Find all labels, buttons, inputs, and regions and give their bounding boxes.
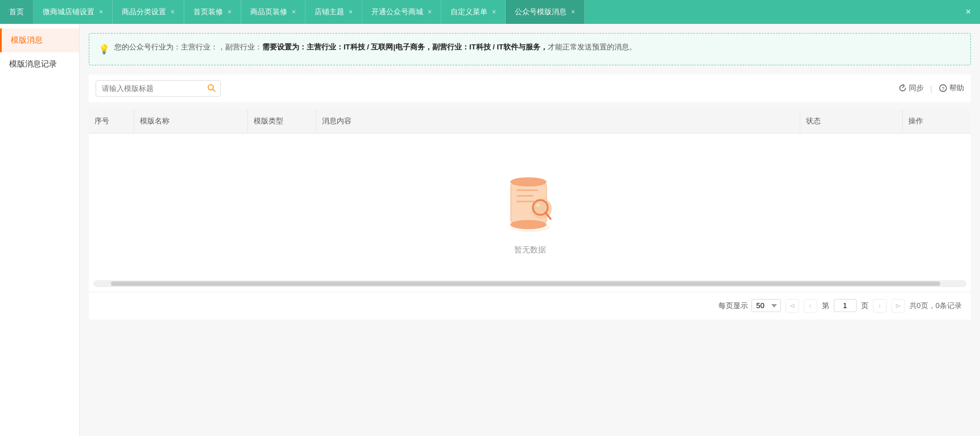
tab-store-settings[interactable]: 微商城店铺设置 × — [34, 0, 113, 24]
main-layout: 模版消息 模版消息记录 💡 您的公众号行业为：主营行业：，副营行业：需要设置为：… — [0, 24, 980, 436]
toolbar-right: 同步 | ? 帮助 — [899, 83, 964, 93]
tab-close-store-settings[interactable]: × — [99, 8, 103, 16]
col-header-name: 模版名称 — [134, 109, 248, 133]
svg-rect-9 — [516, 189, 538, 191]
last-page-button[interactable]: ⊳ — [891, 299, 905, 313]
per-page-wrap: 每页显示 50 20 100 — [718, 299, 781, 312]
tab-bar: 首页 微商城店铺设置 × 商品分类设置 × 首页装修 × 商品页装修 × 店铺主… — [0, 0, 980, 24]
tab-close-category-settings[interactable]: × — [171, 8, 175, 16]
per-page-select[interactable]: 50 20 100 — [751, 299, 781, 312]
page-label: 第 — [822, 301, 829, 311]
tab-store-theme[interactable]: 店铺主题 × — [305, 0, 362, 24]
tab-product-decor[interactable]: 商品页装修 × — [241, 0, 305, 24]
notice-text: 您的公众号行业为：主营行业：，副营行业：需要设置为：主营行业：IT科技 / 互联… — [114, 41, 636, 53]
search-icon — [207, 84, 216, 93]
table-wrap: 序号 模版名称 模版类型 消息内容 状态 操作 — [89, 109, 971, 319]
svg-rect-10 — [516, 195, 534, 197]
col-header-action: 操作 — [903, 109, 971, 133]
pagination: 每页显示 50 20 100 ⊲ ‹ 第 页 › ⊳ 共0页，0条记录 — [89, 292, 971, 319]
first-page-button[interactable]: ⊲ — [785, 299, 799, 313]
sidebar: 模版消息 模版消息记录 — [0, 24, 80, 436]
empty-text: 暂无数据 — [514, 245, 546, 255]
tab-open-shop[interactable]: 开通公众号商城 × — [362, 0, 441, 24]
page-unit: 页 — [861, 301, 869, 311]
tab-home-decor[interactable]: 首页装修 × — [184, 0, 241, 24]
sync-icon — [899, 84, 907, 92]
scrollbar-thumb[interactable] — [111, 281, 940, 286]
tab-close-open-shop[interactable]: × — [428, 8, 432, 16]
svg-point-8 — [510, 220, 547, 229]
svg-line-1 — [213, 89, 215, 92]
tab-home[interactable]: 首页 — [0, 0, 34, 24]
notice-icon: 💡 — [98, 42, 110, 57]
svg-rect-11 — [516, 201, 536, 202]
tab-close-template-message[interactable]: × — [571, 8, 575, 16]
tab-close-custom-menu[interactable]: × — [492, 8, 496, 16]
col-header-type: 模版类型 — [248, 109, 316, 133]
toolbar-divider: | — [931, 84, 932, 93]
tab-custom-menu[interactable]: 自定义菜单 × — [441, 0, 506, 24]
help-icon: ? — [939, 84, 947, 92]
tab-close-store-theme[interactable]: × — [349, 8, 353, 16]
per-page-label: 每页显示 — [718, 301, 748, 311]
table-header: 序号 模版名称 模版类型 消息内容 状态 操作 — [89, 109, 971, 134]
empty-state: 暂无数据 — [89, 134, 971, 278]
sync-button[interactable]: 同步 — [899, 83, 924, 93]
help-button[interactable]: ? 帮助 — [939, 83, 964, 93]
tab-close-product-decor[interactable]: × — [292, 8, 296, 16]
svg-point-7 — [510, 177, 547, 186]
current-page-input[interactable] — [834, 299, 857, 312]
sidebar-item-template-record[interactable]: 模版消息记录 — [0, 52, 79, 76]
content-area: 💡 您的公众号行业为：主营行业：，副营行业：需要设置为：主营行业：IT科技 / … — [80, 24, 980, 436]
global-close-button[interactable]: × — [957, 0, 980, 24]
svg-point-15 — [536, 204, 540, 207]
prev-page-button[interactable]: ‹ — [804, 299, 817, 313]
horizontal-scrollbar[interactable] — [93, 280, 966, 287]
sidebar-item-template-message[interactable]: 模版消息 — [0, 28, 79, 52]
next-page-button[interactable]: › — [873, 299, 887, 313]
col-header-status: 状态 — [800, 109, 903, 133]
tab-category-settings[interactable]: 商品分类设置 × — [113, 0, 184, 24]
search-button[interactable] — [207, 84, 216, 93]
notice-box: 💡 您的公众号行业为：主营行业：，副营行业：需要设置为：主营行业：IT科技 / … — [89, 33, 971, 65]
tab-template-message[interactable]: 公众号模版消息 × — [506, 0, 585, 24]
tab-close-home-decor[interactable]: × — [228, 8, 231, 16]
search-input[interactable] — [96, 80, 221, 97]
col-header-index: 序号 — [89, 109, 134, 133]
search-input-wrap — [96, 80, 221, 97]
col-header-content: 消息内容 — [316, 109, 800, 133]
toolbar: 同步 | ? 帮助 — [89, 74, 971, 102]
page-total: 共0页，0条记录 — [909, 301, 962, 311]
empty-illustration — [496, 168, 564, 236]
svg-text:?: ? — [941, 86, 944, 92]
